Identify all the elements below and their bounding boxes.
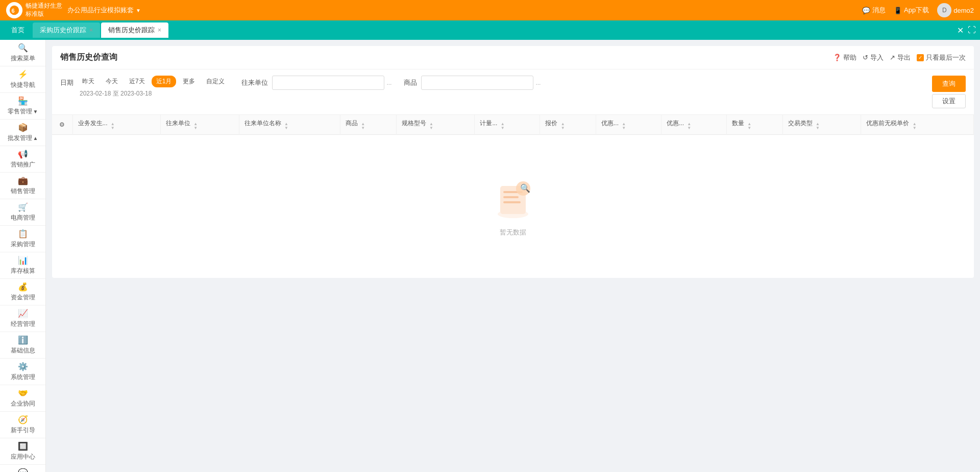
sidebar-finance-label: 资金管理 (11, 293, 35, 302)
tab-home[interactable]: 首页 (4, 22, 32, 38)
tab-sales-close-icon[interactable]: × (158, 27, 161, 34)
from-unit-label: 往来单位 (241, 76, 268, 90)
last-only-checkbox-label[interactable]: ✓ 只看最后一次 (917, 53, 966, 62)
date-btn-today[interactable]: 今天 (101, 76, 122, 87)
wechat-icon: 💬 (18, 468, 28, 472)
table-col-qty[interactable]: 数量 ▲▼ (727, 115, 783, 135)
table-col-unit[interactable]: 计量... ▲▼ (475, 115, 540, 135)
sidebar-guide-label: 新手引导 (11, 426, 35, 435)
tab-maximize-icon[interactable]: ⛶ (968, 26, 976, 35)
from-unit-input[interactable] (272, 76, 384, 90)
date-range-text: 2023-02-18 至 2023-03-18 (80, 89, 229, 98)
settings-button[interactable]: 设置 (932, 94, 966, 108)
table-col-quote[interactable]: 报价 ▲▼ (540, 115, 596, 135)
sidebar-item-ecommerce[interactable]: 🛒 电商管理 (0, 199, 45, 226)
product-input[interactable] (421, 76, 533, 90)
sidebar-item-inventory[interactable]: 📊 库存核算 (0, 252, 45, 279)
apps-icon: 🔲 (18, 441, 28, 451)
product-input-wrapper: ... (421, 76, 541, 90)
date-btn-7days[interactable]: 近7天 (125, 76, 150, 87)
sidebar-item-shortcut[interactable]: ⚡ 快捷导航 (0, 66, 45, 93)
table-col-discount2[interactable]: 优惠... ▲▼ (662, 115, 727, 135)
date-btn-yesterday[interactable]: 昨天 (78, 76, 99, 87)
purchase-mgmt-icon: 📋 (18, 229, 28, 239)
content-area: 销售历史价查询 ❓ 帮助 ↺ 导入 ↗ 导出 ✓ (46, 40, 980, 472)
sidebar: 🔍 搜索菜单 ⚡ 快捷导航 🏪 零售管理 ▼ 📦 批发管理 ▲ 📢 营销推广 (0, 40, 46, 472)
table-col-from-unit-name[interactable]: 往来单位名称 ▲▼ (239, 115, 340, 135)
sidebar-ecommerce-label: 电商管理 (11, 214, 35, 222)
svg-rect-6 (503, 201, 521, 203)
tab-purchase-close-icon[interactable]: × (89, 27, 93, 34)
sidebar-item-sales-mgmt[interactable]: 💼 销售管理 (0, 173, 45, 199)
search-button[interactable]: 查询 (932, 76, 966, 92)
svg-text:🔍: 🔍 (520, 183, 530, 193)
help-icon: ❓ (833, 54, 841, 61)
sort-icon: ▲▼ (561, 122, 565, 130)
sidebar-item-search[interactable]: 🔍 搜索菜单 (0, 40, 45, 66)
user-avatar-area[interactable]: D demo2 (937, 3, 974, 17)
tab-sales[interactable]: 销售历史价跟踪 × (101, 22, 168, 38)
operations-icon: 📈 (18, 309, 28, 318)
sidebar-item-retail[interactable]: 🏪 零售管理 ▼ (0, 93, 45, 120)
page-title: 销售历史价查询 (60, 52, 117, 63)
sidebar-item-marketing[interactable]: 📢 营销推广 (0, 146, 45, 173)
from-unit-dots-button[interactable]: ... (386, 79, 391, 86)
page-card: 销售历史价查询 ❓ 帮助 ↺ 导入 ↗ 导出 ✓ (52, 46, 974, 278)
export-icon: ↗ (890, 54, 895, 61)
sidebar-item-wechat[interactable]: 💬 企业微信 (0, 465, 45, 472)
table-col-spec[interactable]: 规格型号 ▲▼ (396, 115, 475, 135)
table-col-tax-free-price[interactable]: 优惠前无税单价 ▲▼ (861, 115, 974, 135)
product-dots-button[interactable]: ... (535, 79, 541, 86)
page-header-actions: ❓ 帮助 ↺ 导入 ↗ 导出 ✓ 只看最后一次 (833, 53, 966, 62)
table-col-biz-date[interactable]: 业务发生... ▲▼ (72, 115, 160, 135)
from-unit-input-wrapper: ... (272, 76, 391, 90)
empty-icon: 🔍 (490, 176, 536, 222)
top-bar-right: 💬 消息 📱 App下载 D demo2 (862, 3, 974, 17)
from-unit-filter-group: 往来单位 ... (241, 76, 391, 90)
app-download-button[interactable]: 📱 App下载 (894, 6, 929, 15)
table-col-trade-type[interactable]: 交易类型 ▲▼ (782, 115, 861, 135)
sidebar-item-apps[interactable]: 🔲 应用中心 (0, 438, 45, 465)
sidebar-sales-label: 销售管理 (11, 187, 35, 196)
sidebar-item-guide[interactable]: 🧭 新手引导 (0, 412, 45, 438)
main-layout: 🔍 搜索菜单 ⚡ 快捷导航 🏪 零售管理 ▼ 📦 批发管理 ▲ 📢 营销推广 (0, 40, 980, 472)
filter-row: 日期 昨天 今天 近7天 近1月 更多 自定义 2023-02-18 至 202… (52, 69, 974, 115)
chevron-down-icon: ▼ (136, 8, 141, 13)
sidebar-item-wholesale[interactable]: 📦 批发管理 ▲ (0, 120, 45, 146)
sidebar-item-finance[interactable]: 💰 资金管理 (0, 279, 45, 305)
date-btn-custom[interactable]: 自定义 (202, 76, 229, 87)
table-col-product[interactable]: 商品 ▲▼ (340, 115, 397, 135)
tab-purchase[interactable]: 采购历史价跟踪 × (33, 22, 100, 38)
messaging-label: 消息 (872, 6, 886, 15)
sidebar-shortcut-label: 快捷导航 (11, 81, 35, 89)
sidebar-marketing-label: 营销推广 (11, 160, 35, 169)
export-button[interactable]: ↗ 导出 (890, 53, 911, 62)
sidebar-item-system[interactable]: ⚙️ 系统管理 (0, 359, 45, 385)
date-btn-1month[interactable]: 近1月 (152, 76, 177, 87)
retail-icon: 🏪 (18, 96, 28, 106)
import-button[interactable]: ↺ 导入 (863, 53, 884, 62)
tab-bar: 首页 采购历史价跟踪 × 销售历史价跟踪 × ✕ ⛶ (0, 20, 980, 40)
tab-close-all-icon[interactable]: ✕ (957, 26, 964, 35)
table-col-settings[interactable]: ⚙ (52, 115, 72, 135)
sidebar-item-enterprise[interactable]: 🤝 企业协同 (0, 385, 45, 412)
date-btn-more[interactable]: 更多 (178, 76, 200, 87)
svg-rect-5 (503, 196, 519, 198)
sidebar-item-operations[interactable]: 📈 经营管理 (0, 305, 45, 332)
table-col-from-unit[interactable]: 往来单位 ▲▼ (160, 115, 239, 135)
app-selector[interactable]: 办公用品行业模拟账套 ▼ (67, 6, 141, 15)
marketing-icon: 📢 (18, 149, 28, 159)
sidebar-item-basic[interactable]: ℹ️ 基础信息 (0, 332, 45, 359)
sort-icon: ▲▼ (501, 122, 505, 130)
tab-purchase-label: 采购历史价跟踪 (40, 26, 86, 35)
empty-state: 🔍 暂无数据 (52, 135, 974, 278)
table-col-discount1[interactable]: 优惠... ▲▼ (596, 115, 661, 135)
wholesale-arrow-icon: ▲ (33, 135, 38, 141)
sidebar-item-purchase-mgmt[interactable]: 📋 采购管理 (0, 226, 45, 252)
product-filter-group: 商品 ... (404, 76, 541, 90)
sort-icon: ▲▼ (913, 122, 917, 130)
messaging-button[interactable]: 💬 消息 (862, 6, 886, 15)
help-button[interactable]: ❓ 帮助 (833, 53, 856, 62)
ecommerce-icon: 🛒 (18, 202, 28, 212)
date-filter-group: 日期 昨天 今天 近7天 近1月 更多 自定义 2023-02-18 至 202… (60, 76, 229, 98)
